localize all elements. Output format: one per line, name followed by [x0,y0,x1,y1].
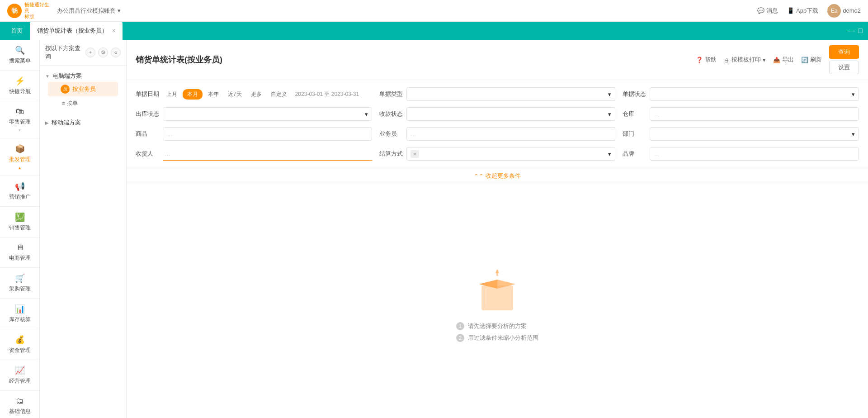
sidebar-item-inventory[interactable]: 📊 库存核算 [0,299,39,329]
svg-rect-1 [496,270,498,276]
settlement-clear-icon[interactable]: × [413,151,417,157]
scheme-tree: ▼ 电脑端方案 员 按业务员 ≡ 按单 ▶ 移动端方案 [40,66,126,135]
logo-area[interactable]: 畅 畅捷通好生意 标版 [7,2,52,20]
scheme-group-desktop: ▼ 电脑端方案 员 按业务员 ≡ 按单 [40,69,126,112]
settlement-label: 结算方式 [379,150,403,158]
scheme-group-mobile-title[interactable]: ▶ 移动端方案 [45,119,121,127]
topbar-right: 💬 消息 📱 App下载 Ea demo2 [757,4,861,18]
salesperson-input[interactable]: … [406,127,616,141]
workspace-dropdown[interactable]: 办公用品行业模拟账套 [57,7,121,15]
template-print-button[interactable]: 🖨 按模板打印 [724,56,766,64]
scheme-item-by-salesperson[interactable]: 员 按业务员 [48,82,118,96]
main-layout: 🔍 搜索菜单 ⚡ 快捷导航 🛍 零售管理 📦 批发管理 📢 营销推广 💹 销售管… [0,40,868,418]
doc-status-label: 单据状态 [623,90,646,98]
maximize-button[interactable]: □ [858,27,863,35]
filter-field-receiver: 收货人 … [136,147,372,161]
collapse-bar[interactable]: ⌃⌃ 收起更多条件 [127,168,868,184]
page-header: 销货单统计表(按业务员) ❓ 帮助 🖨 按模板打印 📤 导出 [127,40,868,80]
scheme-subitem-by-order[interactable]: ≡ 按单 [45,97,121,109]
logo-icon: 畅 [7,4,22,18]
sidebar-item-retail[interactable]: 🛍 零售管理 [0,101,39,138]
settlement-input[interactable]: × [406,147,616,161]
product-input[interactable]: … [163,127,372,141]
date-range-display: 2023-03-01 至 2023-03-31 [295,90,359,98]
out-status-chevron [365,111,368,118]
receiver-dots: … [165,150,170,157]
date-tab-7days[interactable]: 近7天 [224,89,245,100]
payment-status-input[interactable] [406,107,616,121]
department-input[interactable] [650,127,859,141]
empty-hints: 1 请先选择要分析的方案 2 用过滤条件来缩小分析范围 [456,322,538,342]
filter-field-brand: 品牌 … [623,147,859,161]
sidebar-item-operations[interactable]: 📈 经营管理 [0,360,39,391]
filter-field-salesperson: 业务员 … [379,127,616,141]
query-button[interactable]: 查询 [829,45,859,59]
tab-active[interactable]: 销货单统计表（按业务员） × [30,22,123,40]
message-action[interactable]: 💬 消息 [757,7,778,15]
sidebar-item-ecommerce[interactable]: 🖥 电商管理 [0,238,39,268]
scheme-avatar-salesperson: 员 [61,85,70,94]
sidebar-item-quicknav[interactable]: ⚡ 快捷导航 [0,71,39,101]
help-button[interactable]: ❓ 帮助 [696,56,717,64]
date-tab-custom[interactable]: 自定义 [267,89,291,100]
retail-expand-icon [19,128,21,133]
empty-hint-2: 2 用过滤条件来缩小分析范围 [456,334,538,342]
product-dots: … [167,131,173,138]
salesperson-label: 业务员 [379,130,403,138]
sidebar-item-search[interactable]: 🔍 搜索菜单 [0,40,39,71]
filter-field-settlement: 结算方式 × [379,147,616,161]
print-icon: 🖨 [724,57,730,63]
date-tab-last-month[interactable]: 上月 [163,89,181,100]
date-tab-more[interactable]: 更多 [247,89,265,100]
add-scheme-button[interactable]: + [85,48,95,57]
sidebar-item-basic[interactable]: 🗂 基础信息 [0,391,39,418]
marketing-icon: 📢 [15,181,25,191]
empty-hint-1: 1 请先选择要分析的方案 [456,322,538,330]
sidebar-item-sales[interactable]: 💹 销售管理 [0,207,39,238]
refresh-button[interactable]: 🔄 刷新 [801,56,822,64]
sidebar-item-marketing[interactable]: 📢 营销推广 [0,176,39,207]
settings-button[interactable]: 设置 [829,61,859,74]
content-area: 按以下方案查询 + ⚙ « ▼ 电脑端方案 员 按业务员 [40,40,868,418]
filter-row-4: 收货人 … 结算方式 × [136,147,859,161]
export-button[interactable]: 📤 导出 [773,56,794,64]
date-tabs: 上月 本月 本年 近7天 更多 自定义 [163,89,291,100]
doc-type-chevron [608,91,611,98]
doc-type-input[interactable] [406,87,616,101]
hint-num-2: 2 [456,334,464,342]
export-icon: 📤 [773,57,780,63]
warehouse-input[interactable]: … [650,107,859,121]
sidebar-item-wholesale[interactable]: 📦 批发管理 [0,138,39,176]
app-download-action[interactable]: 📱 App下载 [787,7,818,15]
filter-row-2: 出库状态 收款状态 仓库 [136,107,859,121]
tab-close-icon[interactable]: × [112,28,115,34]
minimize-button[interactable]: — [847,27,854,35]
settings-scheme-button[interactable]: ⚙ [98,48,108,57]
warehouse-dots: … [654,111,660,118]
receiver-input[interactable]: … [163,147,372,161]
collapse-scheme-button[interactable]: « [111,48,121,57]
scheme-group-desktop-title[interactable]: ▼ 电脑端方案 [45,72,121,80]
search-icon: 🔍 [15,45,25,55]
out-status-input[interactable] [163,107,372,121]
filter-field-product: 商品 … [136,127,372,141]
scheme-panel-header-actions: + ⚙ « [85,48,121,57]
date-tab-this-year[interactable]: 本年 [204,89,222,100]
logo-text: 畅捷通好生意 标版 [24,2,52,20]
date-filter: 上月 本月 本年 近7天 更多 自定义 2023-03-01 至 2023-03… [163,89,372,100]
brand-input[interactable]: … [650,147,859,161]
sidebar-item-finance[interactable]: 💰 资金管理 [0,329,39,360]
user-action[interactable]: Ea demo2 [827,4,861,18]
tab-home[interactable]: 首页 [4,22,30,40]
sidebar: 🔍 搜索菜单 ⚡ 快捷导航 🛍 零售管理 📦 批发管理 📢 营销推广 💹 销售管… [0,40,40,418]
retail-icon: 🛍 [16,107,24,116]
date-tab-this-month[interactable]: 本月 [183,89,203,100]
header-right-actions: ❓ 帮助 🖨 按模板打印 📤 导出 🔄 刷新 [696,45,859,74]
wholesale-expand-icon [19,165,21,170]
out-status-label: 出库状态 [136,110,159,118]
scheme-group-mobile: ▶ 移动端方案 [40,116,126,131]
sidebar-item-purchase[interactable]: 🛒 采购管理 [0,268,39,299]
doc-status-input[interactable] [650,87,859,101]
brand-dots: … [654,151,660,157]
filter-row-3: 商品 … 业务员 … 部门 [136,127,859,141]
